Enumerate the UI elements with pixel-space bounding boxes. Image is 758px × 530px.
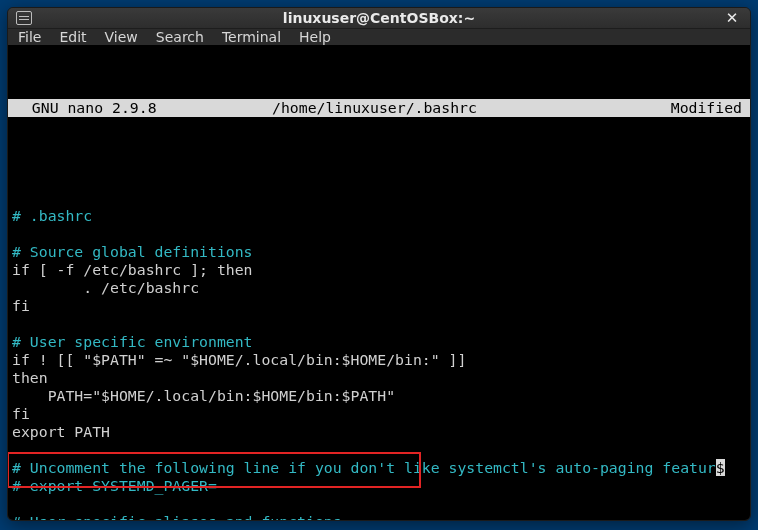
menu-help[interactable]: Help <box>299 29 331 45</box>
editor-line: . /etc/bashrc <box>12 279 199 296</box>
editor-line: then <box>12 369 48 386</box>
terminal-window: linuxuser@CentOSBox:~ ✕ File Edit View S… <box>7 7 751 521</box>
window-title: linuxuser@CentOSBox:~ <box>8 10 750 26</box>
editor-line: if ! [[ "$PATH" =~ "$HOME/.local/bin:$HO… <box>12 351 466 368</box>
editor-line: fi <box>12 297 30 314</box>
editor-line: # User specific aliases and functions <box>12 513 342 521</box>
menu-edit[interactable]: Edit <box>59 29 86 45</box>
editor-line: # export SYSTEMD_PAGER= <box>12 477 217 494</box>
nano-version: GNU nano 2.9.8 <box>10 99 272 117</box>
editor-line: export PATH <box>12 423 110 440</box>
nano-status: Modified <box>671 99 748 117</box>
line-wrap-indicator: $ <box>716 459 725 476</box>
terminal-body[interactable]: GNU nano 2.9.8 /home/linuxuser/.bashrc M… <box>8 45 750 521</box>
editor-line: fi <box>12 405 30 422</box>
editor-line: # Uncomment the following line if you do… <box>12 459 716 476</box>
menu-search[interactable]: Search <box>156 29 204 45</box>
editor-content: # .bashrc # Source global definitions if… <box>8 171 750 521</box>
nano-statusbar: GNU nano 2.9.8 /home/linuxuser/.bashrc M… <box>8 99 750 117</box>
editor-line: # .bashrc <box>12 207 92 224</box>
editor-line: # User specific environment <box>12 333 253 350</box>
menu-file[interactable]: File <box>18 29 41 45</box>
close-icon[interactable]: ✕ <box>722 8 742 28</box>
menu-terminal[interactable]: Terminal <box>222 29 281 45</box>
nano-filepath: /home/linuxuser/.bashrc <box>272 99 671 117</box>
terminal-icon <box>16 11 32 25</box>
editor-line: # Source global definitions <box>12 243 253 260</box>
editor-line: if [ -f /etc/bashrc ]; then <box>12 261 253 278</box>
titlebar: linuxuser@CentOSBox:~ ✕ <box>8 8 750 29</box>
editor-line: PATH="$HOME/.local/bin:$HOME/bin:$PATH" <box>12 387 395 404</box>
menubar: File Edit View Search Terminal Help <box>8 29 750 45</box>
menu-view[interactable]: View <box>105 29 138 45</box>
